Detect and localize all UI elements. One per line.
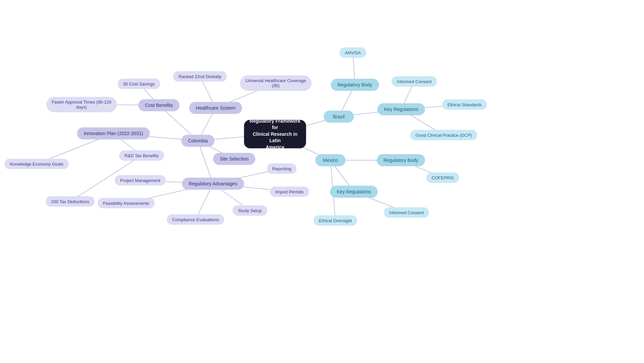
- node-brazil[interactable]: Brazil: [324, 111, 354, 123]
- node-colombia[interactable]: Colombia: [181, 135, 214, 147]
- node-siteSelection[interactable]: Site Selection: [213, 153, 255, 165]
- node-studySetup[interactable]: Study Setup: [233, 205, 267, 216]
- node-rdTaxBenefits[interactable]: R&D Tax Benefits: [119, 150, 164, 161]
- node-mexicoRegulatoryBody[interactable]: Regulatory Body: [377, 154, 425, 166]
- node-ethicalStandards[interactable]: Ethical Standards: [442, 100, 487, 110]
- node-importPermits[interactable]: Import Permits: [270, 187, 309, 197]
- node-ranked22[interactable]: Ranked 22nd Globally: [173, 71, 227, 82]
- node-healthcareSystem[interactable]: Healthcare System: [189, 102, 242, 114]
- node-30costSavings[interactable]: 30 Cost Savings: [118, 79, 160, 89]
- node-innovationPlan[interactable]: Innovation Plan (2022-2031): [77, 127, 150, 139]
- node-projectManagement[interactable]: Project Management: [115, 175, 166, 186]
- node-regulatoryAdvantages[interactable]: Regulatory Advantages: [182, 178, 244, 190]
- node-brazilKeyRegs[interactable]: Key Regulations: [377, 103, 425, 115]
- node-fasterApproval[interactable]: Faster Approval Times (90-120 days): [46, 97, 117, 112]
- node-informedConsent1[interactable]: Informed Consent: [391, 76, 437, 87]
- node-anvisa[interactable]: ANVISA: [339, 48, 366, 58]
- node-brazilRegulatoryBody[interactable]: Regulatory Body: [331, 79, 379, 91]
- node-center[interactable]: Regulatory Framework for Clinical Resear…: [244, 120, 306, 148]
- node-costBenefits[interactable]: Cost Benefits: [138, 99, 179, 111]
- node-informedConsent2[interactable]: Informed Consent: [384, 207, 429, 218]
- node-ethicalOversight[interactable]: Ethical Oversight: [314, 216, 357, 226]
- node-goodClinicalPractice[interactable]: Good Clinical Practice (GCP): [410, 130, 477, 140]
- node-100taxDeductions[interactable]: 100 Tax Deductions: [46, 196, 95, 207]
- mindmap-container: Regulatory Framework for Clinical Resear…: [0, 0, 644, 363]
- node-mexicoKeyRegs[interactable]: Key Regulations: [330, 186, 378, 198]
- connections-svg: [0, 0, 644, 363]
- svg-line-6: [198, 141, 213, 184]
- node-complianceEvaluations[interactable]: Compliance Evaluations: [167, 215, 224, 225]
- node-cofepris[interactable]: COFEPRIS: [426, 173, 459, 183]
- node-mexico[interactable]: Mexico: [315, 154, 345, 166]
- node-knowledgeEconomy[interactable]: Knowledge Economy Goals: [4, 159, 69, 169]
- node-universalHealthcare[interactable]: Universal Healthcare Coverage (95): [240, 75, 312, 91]
- node-reporting[interactable]: Reporting: [267, 164, 297, 174]
- node-feasibilityAssessments[interactable]: Feasibility Assessments: [98, 198, 155, 208]
